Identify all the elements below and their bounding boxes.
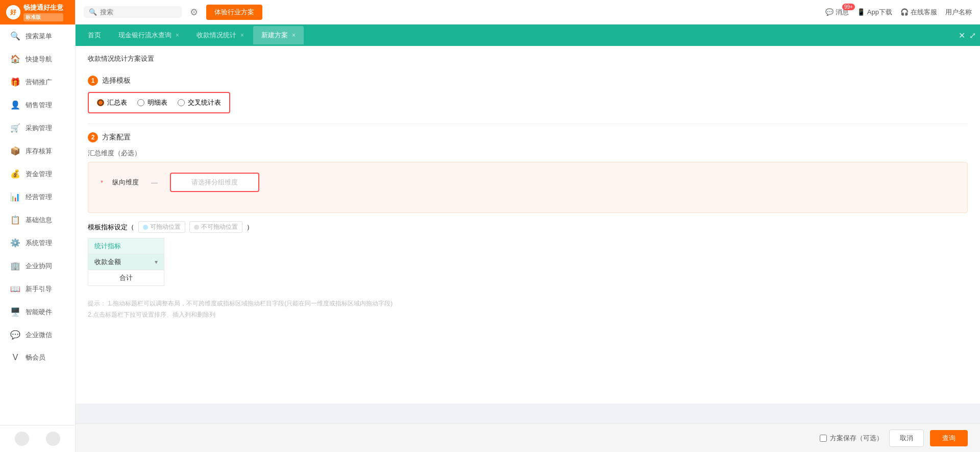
metrics-header: 统计指标: [88, 239, 164, 254]
cart-icon: 🛒: [10, 123, 20, 133]
sidebar: 好 畅捷通好生意 标准版 🔍 搜索菜单 🏠 快捷导航 🎁 营销推广 👤 销售管理…: [0, 0, 76, 452]
message-icon: 💬: [825, 8, 834, 16]
logo-text: 畅捷通好生意: [23, 3, 63, 12]
tips-section: 提示： 1.拖动标题栏可以调整布局，不可跨维度或指标区域拖动栏目字段(只能在同一…: [88, 298, 968, 320]
sidebar-item-search-menu[interactable]: 🔍 搜索菜单: [0, 25, 75, 47]
tab-receipt-stats-label: 收款情况统计: [197, 31, 236, 40]
close-icon[interactable]: ×: [176, 32, 179, 39]
close-icon[interactable]: ×: [292, 32, 296, 39]
arrow-icon: —: [151, 179, 158, 186]
tab-new-plan-label: 新建方案: [261, 31, 288, 40]
sidebar-avatar-1: [15, 432, 29, 446]
sidebar-item-member[interactable]: V 畅会员: [0, 346, 75, 369]
sidebar-item-operations[interactable]: 📊 经营管理: [0, 185, 75, 208]
maximize-window-button[interactable]: ⤢: [969, 31, 976, 40]
crown-icon: V: [10, 353, 20, 362]
metrics-label-suffix: ）: [247, 223, 253, 232]
sidebar-item-label: 智能硬件: [26, 307, 52, 317]
monitor-icon: 🖥️: [10, 307, 20, 317]
sidebar-item-label: 畅会员: [26, 353, 45, 362]
radio-detail-input[interactable]: [137, 99, 144, 106]
sidebar-item-label: 经营管理: [26, 193, 52, 202]
close-icon[interactable]: ×: [240, 32, 244, 39]
sidebar-item-basic-info[interactable]: 📋 基础信息: [0, 208, 75, 231]
sidebar-item-label: 搜索菜单: [26, 32, 52, 41]
save-checkbox[interactable]: [820, 435, 827, 442]
radio-summary-input[interactable]: [97, 99, 104, 106]
radio-summary[interactable]: 汇总表: [97, 98, 127, 107]
dimension-row: * 纵向维度 — 请选择分组维度: [101, 173, 955, 192]
cancel-button[interactable]: 取消: [889, 430, 924, 447]
radio-detail[interactable]: 明细表: [137, 98, 167, 107]
phone-icon: 📱: [857, 8, 865, 16]
metrics-table: 统计指标 收款金额 ▾ 合计: [88, 238, 164, 286]
metrics-label: 模板指标设定（: [88, 223, 134, 232]
radio-cross[interactable]: 交叉统计表: [178, 98, 221, 107]
metrics-section: 模板指标设定（ 可拖动位置 不可拖动位置 ） 统计指标: [88, 221, 968, 286]
main-content: 收款情况统计方案设置 1 选择模板 汇总表 明细表 交叉统计表: [76, 46, 980, 452]
box-icon: 📦: [10, 146, 20, 156]
online-service-button[interactable]: 🎧 在线客服: [900, 8, 937, 17]
gift-icon: 🎁: [10, 77, 20, 87]
sidebar-item-inventory[interactable]: 📦 库存核算: [0, 139, 75, 162]
close-window-button[interactable]: ✕: [959, 31, 965, 40]
tips-label: 提示：: [88, 300, 106, 307]
tab-new-plan[interactable]: 新建方案 ×: [253, 26, 304, 44]
sidebar-item-smart-hw[interactable]: 🖥️ 智能硬件: [0, 300, 75, 323]
step1-title: 选择模板: [102, 76, 131, 85]
tab-receipt-stats[interactable]: 收款情况统计 ×: [188, 26, 252, 44]
sidebar-item-finance[interactable]: 💰 资金管理: [0, 162, 75, 185]
page-title: 收款情况统计方案设置: [88, 54, 968, 67]
step2-section: 2 方案配置 汇总维度（必选） * 纵向维度 — 请选择分组维度: [88, 132, 968, 320]
draggable-badge: 可拖动位置: [138, 221, 185, 233]
user-name: 用户名称: [945, 8, 972, 16]
message-button[interactable]: 💬 消息 99+: [825, 8, 849, 17]
headset-icon: 🎧: [900, 8, 909, 16]
dimension-label: 汇总维度（必选）: [88, 149, 968, 158]
no-drag-label: 不可拖动位置: [201, 223, 238, 231]
radio-detail-label: 明细表: [148, 98, 167, 107]
template-options: 汇总表 明细表 交叉统计表: [88, 92, 230, 113]
sidebar-item-wechat[interactable]: 💬 企业微信: [0, 323, 75, 346]
message-badge: 99+: [842, 4, 855, 10]
settings-icon[interactable]: ⚙: [190, 7, 198, 18]
page-body: 收款情况统计方案设置 1 选择模板 汇总表 明细表 交叉统计表: [76, 46, 980, 403]
metrics-cell-amount[interactable]: 收款金额 ▾: [88, 254, 164, 270]
sidebar-item-label: 资金管理: [26, 170, 52, 179]
sidebar-item-enterprise[interactable]: 🏢 企业协同: [0, 254, 75, 277]
sidebar-item-quick-nav[interactable]: 🏠 快捷导航: [0, 47, 75, 70]
save-option: 方案保存（可选）: [820, 434, 883, 443]
step2-number: 2: [88, 132, 98, 142]
sidebar-logo: 好 畅捷通好生意 标准版: [0, 0, 75, 25]
radio-summary-label: 汇总表: [107, 98, 127, 107]
drag-label: 可拖动位置: [150, 223, 181, 231]
sidebar-item-guide[interactable]: 📖 新手引导: [0, 277, 75, 300]
sidebar-item-sales[interactable]: 👤 销售管理: [0, 93, 75, 116]
radio-cross-input[interactable]: [178, 99, 185, 106]
sidebar-item-label: 企业协同: [26, 261, 52, 271]
query-button[interactable]: 查询: [930, 430, 968, 446]
sidebar-item-label: 采购管理: [26, 124, 52, 133]
home-icon: 🏠: [10, 54, 20, 64]
user-menu[interactable]: 用户名称: [945, 8, 972, 17]
trial-button[interactable]: 体验行业方案: [206, 5, 262, 20]
building-icon: 🏢: [10, 261, 20, 271]
row-dimension-label: 纵向维度: [112, 178, 139, 187]
tip2-row: 2.点击标题栏下拉可设置排序、插入列和删除列: [88, 310, 968, 321]
sidebar-item-sys-mgmt[interactable]: ⚙️ 系统管理: [0, 231, 75, 254]
sidebar-item-marketing[interactable]: 🎁 营销推广: [0, 70, 75, 93]
tab-home[interactable]: 首页: [80, 26, 109, 44]
sidebar-item-label: 企业微信: [26, 330, 52, 340]
clipboard-icon: 📋: [10, 215, 20, 225]
search-icon: 🔍: [10, 31, 20, 41]
no-drag-dot: [194, 225, 199, 230]
group-dimension-selector[interactable]: 请选择分组维度: [170, 173, 259, 192]
sidebar-avatar-2: [46, 432, 60, 446]
header-search[interactable]: 🔍: [84, 6, 182, 18]
sidebar-item-purchase[interactable]: 🛒 采购管理: [0, 116, 75, 139]
drag-dot: [143, 225, 148, 230]
footer: 方案保存（可选） 取消 查询: [76, 423, 980, 452]
tab-bank-flow[interactable]: 现金银行流水查询 ×: [110, 26, 187, 44]
search-input[interactable]: [100, 8, 177, 16]
app-download-button[interactable]: 📱 App下载: [857, 8, 892, 17]
